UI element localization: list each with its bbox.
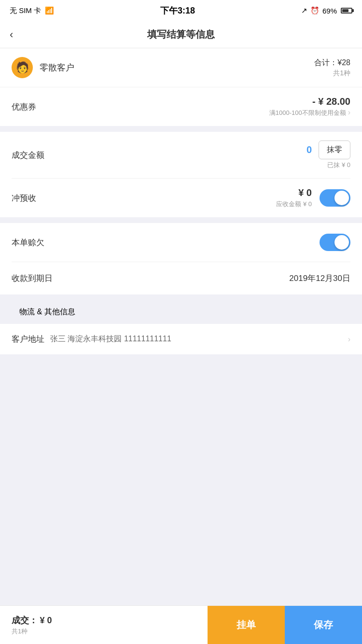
prepayment-row: 冲预收 ¥ 0 应收金额 ¥ 0 [12,179,350,217]
logistics-label: 物流 & 其他信息 [19,308,75,316]
address-section: 客户地址 张三 海淀永丰科技园 11111111111 › [0,324,362,354]
customer-name: 零散客户 [40,62,74,73]
debt-row: 本单赊欠 [12,223,350,262]
battery-percent: 69% [322,7,337,15]
status-right: ↗ ⏰ 69% [301,6,352,15]
coupon-label: 优惠券 [12,101,36,112]
customer-section: 🧑 零散客户 合计：¥28 共1种 优惠券 - ¥ 28.00 满1000-10… [0,48,362,126]
bottom-count: 共1种 [12,627,196,636]
transaction-amount-value: 0 [306,144,312,155]
status-bar: 无 SIM 卡 📶 下午3:18 ↗ ⏰ 69% [0,0,362,21]
round-zero-button[interactable]: 抹零 [319,140,350,159]
carrier-text: 无 SIM 卡 [10,6,41,15]
hold-button[interactable]: 挂单 [208,606,285,644]
due-date-row: 收款到期日 2019年12月30日 [12,262,350,294]
coupon-desc: 满1000-100不限制使用金额 [269,109,346,117]
bottom-deal-amount: ¥ 0 [40,616,52,625]
prepayment-toggle[interactable] [320,189,350,207]
transaction-amount-row: 成交金额 0 抹零 已抹 ¥ 0 [12,132,350,179]
debt-toggle[interactable] [320,234,350,251]
total-amount: 合计：¥28 [314,58,350,68]
page-title: 填写结算等信息 [147,28,215,41]
divider-line: 物流 & 其他信息 [19,307,343,317]
debt-section: 本单赊欠 收款到期日 2019年12月30日 [0,223,362,294]
coupon-row[interactable]: 优惠券 - ¥ 28.00 满1000-100不限制使用金额 › [0,87,362,126]
transaction-section: 成交金额 0 抹零 已抹 ¥ 0 冲预收 ¥ 0 应收金额 ¥ 0 [0,132,362,217]
coupon-chevron: › [348,108,350,117]
avatar: 🧑 [12,57,33,78]
status-left: 无 SIM 卡 📶 [10,6,54,15]
alarm-icon: ⏰ [310,6,320,15]
toggle-knob [334,191,349,205]
transaction-label: 成交金额 [12,150,44,161]
bottom-bar: 成交： ¥ 0 共1种 挂单 保存 [0,605,362,644]
prepayment-sub-text: 应收金额 ¥ 0 [276,200,312,209]
bottom-info: 成交： ¥ 0 共1种 [0,615,208,636]
customer-left: 🧑 零散客户 [12,57,74,78]
customer-right: 合计：¥28 共1种 [314,58,350,78]
address-label: 客户地址 [12,334,44,345]
wifi-icon: 📶 [45,6,54,15]
coupon-amount: - ¥ 28.00 [269,96,350,107]
debt-label: 本单赊欠 [12,237,44,248]
status-time: 下午3:18 [160,5,195,16]
total-count: 共1种 [314,69,350,78]
customer-row: 🧑 零散客户 合计：¥28 共1种 [0,48,362,87]
prepayment-label: 冲预收 [12,193,36,204]
due-date-value: 2019年12月30日 [289,273,350,284]
due-date-label: 收款到期日 [12,273,53,284]
address-chevron: › [348,335,350,344]
coupon-right: - ¥ 28.00 满1000-100不限制使用金额 › [269,96,350,117]
nav-bar: ‹ 填写结算等信息 [0,21,362,48]
back-button[interactable]: ‹ [10,28,13,41]
transaction-sub-text: 已抹 ¥ 0 [306,161,350,169]
transaction-right: 0 抹零 [306,140,350,159]
address-value: 张三 海淀永丰科技园 11111111111 [50,334,342,344]
prepayment-amount: ¥ 0 [276,187,312,198]
address-row[interactable]: 客户地址 张三 海淀永丰科技园 11111111111 › [12,324,350,354]
bottom-deal: 成交： ¥ 0 [12,615,196,626]
save-button[interactable]: 保存 [285,606,362,644]
location-icon: ↗ [301,6,307,15]
bottom-deal-label: 成交： [12,616,38,625]
avatar-icon: 🧑 [16,61,29,74]
battery-icon [341,8,352,14]
debt-toggle-knob [334,235,349,250]
logistics-divider: 物流 & 其他信息 [0,300,362,324]
